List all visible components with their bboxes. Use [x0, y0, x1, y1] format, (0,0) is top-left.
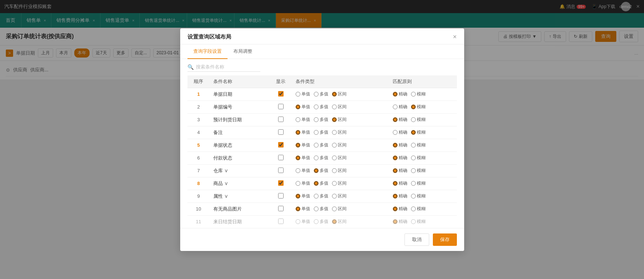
- tab-layout-adjust[interactable]: 布局调整: [228, 44, 258, 59]
- search-input[interactable]: [196, 64, 260, 70]
- col-display: 显示: [270, 75, 292, 80]
- dialog-search-area: 🔍: [180, 59, 464, 75]
- col-field-type: 条件类型: [292, 75, 389, 80]
- dialog: 设置查询区域布局 × 查询字段设置 布局调整 🔍 顺序: [180, 28, 464, 80]
- dialog-table: 顺序 条件名称 显示 条件类型 匹配原则 1单据日期单值多值区间精确模糊2单据编…: [187, 75, 457, 80]
- col-field-name: 条件名称: [210, 75, 269, 80]
- dialog-close-button[interactable]: ×: [453, 34, 457, 40]
- search-icon: 🔍: [187, 64, 194, 70]
- tab-query-fields[interactable]: 查询字段设置: [187, 44, 228, 59]
- modal-overlay: 设置查询区域布局 × 查询字段设置 布局调整 🔍 顺序: [0, 0, 644, 79]
- col-order: 顺序: [187, 75, 210, 80]
- dialog-header: 设置查询区域布局 ×: [180, 28, 464, 44]
- dialog-title: 设置查询区域布局: [187, 34, 231, 40]
- search-box: 🔍: [187, 63, 260, 72]
- col-match-rule: 匹配原则: [389, 75, 457, 80]
- dialog-tabs: 查询字段设置 布局调整: [180, 44, 464, 59]
- dialog-table-wrap: 顺序 条件名称 显示 条件类型 匹配原则 1单据日期单值多值区间精确模糊2单据编…: [180, 75, 464, 80]
